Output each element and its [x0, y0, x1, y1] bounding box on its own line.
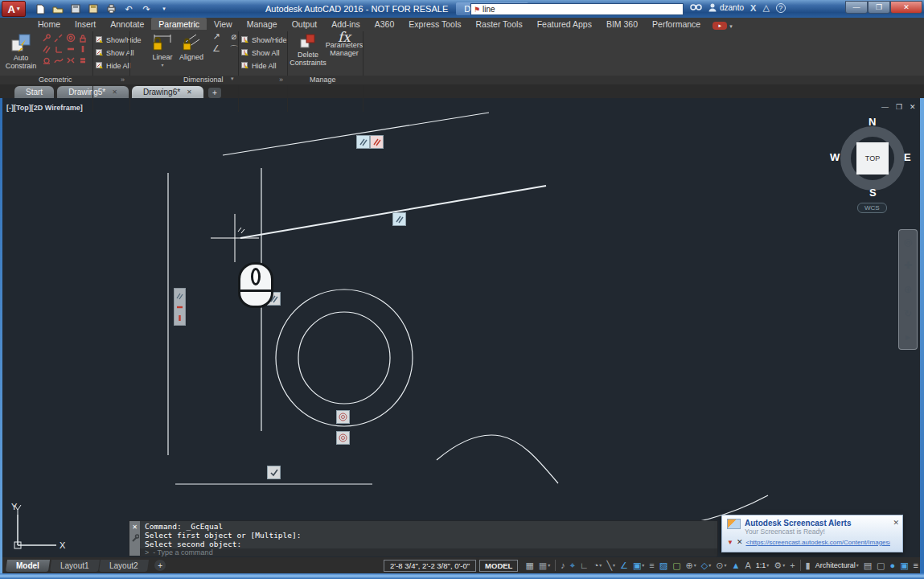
chevron-down-icon[interactable]: ▾: [613, 558, 615, 573]
file-tab-drawing6[interactable]: Drawing6*✕: [132, 86, 203, 98]
status-toggle-ortho-mode[interactable]: ∟: [577, 558, 591, 573]
application-menu-button[interactable]: A ▾: [2, 1, 26, 17]
new-layout-button[interactable]: +: [154, 560, 166, 571]
ribbon-tab-bim-360[interactable]: BIM 360: [599, 18, 645, 30]
ribbon-tab-featured-apps[interactable]: Featured Apps: [530, 18, 599, 30]
ribbon-tab-add-ins[interactable]: Add-ins: [324, 18, 368, 30]
fix-constraint-button[interactable]: [76, 32, 88, 43]
redo-button[interactable]: ↷: [140, 3, 153, 14]
help-button[interactable]: ?: [776, 3, 786, 13]
status-toggle-snap-mode[interactable]: ▦▾: [536, 558, 552, 573]
aligned-dimension-button[interactable]: Aligned: [178, 32, 205, 61]
search-binoculars-icon[interactable]: [690, 2, 702, 13]
maximize-button[interactable]: ❐: [868, 1, 890, 14]
status-toggle-selection-cycling[interactable]: ▢: [670, 558, 683, 573]
drawing-canvas[interactable]: [-][Top][2D Wireframe] — ❐ ✕ TOP N W E S…: [0, 98, 924, 557]
symmetric-constraint-button[interactable]: [64, 55, 76, 66]
diameter-dimension-button[interactable]: ⌀: [225, 31, 243, 43]
ribbon-tab-parametric[interactable]: Parametric: [151, 18, 207, 30]
collinear-constraint-button[interactable]: [52, 32, 64, 43]
geometric-hide-all-button[interactable]: Hide All: [96, 60, 131, 72]
qat-dropdown-button[interactable]: ▾: [158, 3, 170, 14]
geometric-show-all-button[interactable]: Show All: [96, 47, 134, 59]
status-toggle-units-cursor[interactable]: ▮: [803, 558, 813, 573]
dimensional-panel-label[interactable]: Dimensional: [183, 76, 224, 84]
command-close-icon[interactable]: ✕: [132, 524, 138, 531]
undo-button[interactable]: ↶: [122, 3, 135, 14]
autodesk-exchange-icon[interactable]: △: [762, 2, 769, 13]
equal-constraint-button[interactable]: [76, 55, 88, 66]
status-toggle-transparency[interactable]: ▨: [657, 558, 670, 573]
dimensional-panel-expander-icon[interactable]: »: [279, 76, 283, 84]
chevron-down-icon[interactable]: ▾: [782, 558, 785, 573]
angular-dimension-button[interactable]: ∠: [207, 43, 225, 55]
coincident-constraint-button[interactable]: [40, 32, 52, 43]
navigation-wheel[interactable]: ◎: [904, 236, 912, 248]
horizontal-constraint-button[interactable]: [64, 43, 76, 55]
dimensional-panel-dropdown-icon[interactable]: ▾: [231, 76, 234, 82]
ribbon-tab-express-tools[interactable]: Express Tools: [401, 18, 468, 30]
notification-dismiss-icon[interactable]: ✕: [737, 538, 743, 546]
delete-constraints-button[interactable]: Delete Constraints: [291, 33, 325, 67]
status-toggle-dynamic-input[interactable]: ⌖: [568, 558, 577, 573]
perpendicular-constraint-button[interactable]: [52, 43, 64, 55]
chevron-down-icon[interactable]: ▾: [548, 558, 550, 573]
status-toggle-object-snap-tracking[interactable]: ∠: [618, 558, 630, 573]
radial-dimension-button[interactable]: ↗: [207, 31, 225, 43]
ribbon-tab-view[interactable]: View: [207, 18, 240, 30]
auto-constrain-button[interactable]: Auto Constrain: [3, 33, 39, 70]
close-button[interactable]: ✕: [890, 1, 922, 14]
status-toggle-object-snap[interactable]: ▣▾: [630, 558, 647, 573]
command-input[interactable]: > - Type a command: [140, 548, 717, 556]
viewcube-south[interactable]: S: [869, 187, 877, 199]
infocenter-search[interactable]: ⚑ line: [470, 3, 684, 15]
viewport-restore-icon[interactable]: ❐: [896, 103, 902, 111]
search-input-value[interactable]: line: [483, 5, 495, 14]
linear-dimension-button[interactable]: Linear ▾: [150, 32, 175, 69]
ribbon-tab-raster-tools[interactable]: Raster Tools: [468, 18, 529, 30]
new-drawing-tab-button[interactable]: +: [208, 88, 221, 98]
status-toggle-grid-display[interactable]: ▦: [523, 558, 536, 573]
save-as-button[interactable]: [87, 3, 100, 14]
open-file-button[interactable]: [51, 3, 64, 14]
status-toggle-selection-filtering[interactable]: ⊙▾: [713, 558, 729, 573]
new-file-button[interactable]: [34, 3, 47, 14]
vertical-constraint-button[interactable]: [76, 43, 88, 55]
chevron-down-icon[interactable]: ▾: [599, 558, 602, 573]
minimize-button[interactable]: —: [845, 1, 868, 14]
layout-tab-layout2[interactable]: Layout2: [99, 560, 149, 572]
dimensional-hide-all-button[interactable]: Hide All: [241, 60, 277, 72]
status-toggle-annotation-scale[interactable]: 1:1▾: [754, 558, 772, 573]
dimensional-show-hide-button[interactable]: Show/Hide: [241, 34, 287, 46]
notification-link[interactable]: <https://screencast.autodesk.com/Content…: [745, 539, 890, 546]
viewcube-north[interactable]: N: [869, 116, 876, 128]
viewcube-east[interactable]: E: [904, 151, 911, 163]
status-toggle-dynamic-ucs[interactable]: ◇▾: [699, 558, 713, 573]
chevron-down-icon[interactable]: ▾: [856, 558, 859, 573]
status-toggle-hardware-acceleration[interactable]: ▣: [897, 558, 910, 573]
showmotion-tool[interactable]: ▸: [906, 331, 910, 343]
status-toggle-units[interactable]: Architectural▾: [813, 558, 861, 573]
status-toggle-3d-object-snap[interactable]: ⊕▾: [684, 558, 699, 573]
viewcube[interactable]: TOP N W E S WCS: [836, 119, 910, 216]
screencast-record-icon[interactable]: ▸: [713, 22, 727, 30]
tangent-constraint-button[interactable]: [40, 55, 52, 66]
wcs-dropdown[interactable]: WCS: [857, 203, 887, 213]
parameters-manager-button[interactable]: fx Parameters Manager: [326, 33, 362, 57]
dimensional-show-all-button[interactable]: Show All: [241, 47, 280, 59]
geometric-show-hide-button[interactable]: Show/Hide: [96, 34, 142, 46]
status-toggle-workspace[interactable]: ⚙▾: [771, 558, 787, 573]
status-toggle-isometric-drafting[interactable]: ╲▾: [604, 558, 618, 573]
status-toggle-polar-tracking[interactable]: ◔▾: [591, 558, 605, 573]
manage-panel-label[interactable]: Manage: [310, 76, 336, 84]
status-toggle-quick-calc[interactable]: ▤: [861, 558, 874, 573]
smooth-constraint-button[interactable]: [52, 55, 64, 66]
status-toggle-infer-constraints[interactable]: ♪: [558, 558, 568, 573]
concentric-constraint-badge[interactable]: [336, 431, 350, 445]
ribbon-tab-manage[interactable]: Manage: [240, 18, 285, 30]
geometric-panel-label[interactable]: Geometric: [39, 76, 72, 84]
ribbon-tab-a360[interactable]: A360: [368, 18, 402, 30]
ribbon-tab-annotate[interactable]: Annotate: [103, 18, 151, 30]
status-toggle-isolate-objects[interactable]: ●: [888, 558, 898, 573]
status-toggle-autoscale[interactable]: A: [742, 558, 753, 573]
